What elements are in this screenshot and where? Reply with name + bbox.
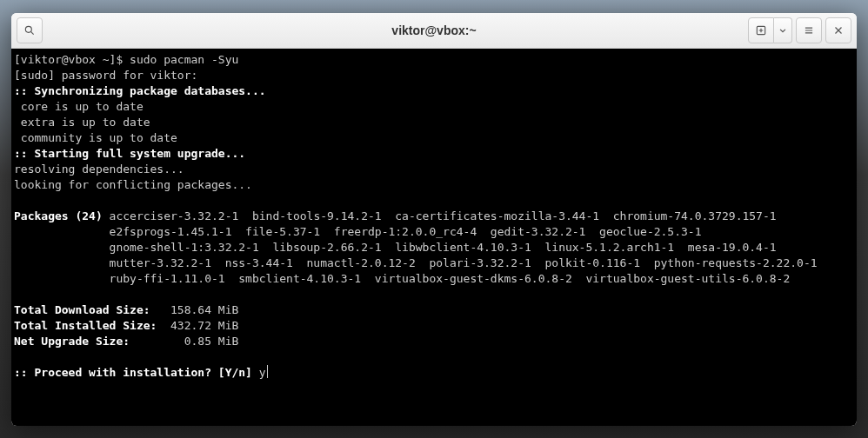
proceed-prompt: :: Proceed with installation? [Y/n] [14, 366, 259, 379]
search-icon [23, 24, 36, 36]
packages-line: accerciser-3.32.2-1 bind-tools-9.14.2-1 … [103, 209, 777, 222]
new-tab-button[interactable] [748, 17, 774, 43]
netupgrade-label: Net Upgrade Size: [14, 335, 170, 348]
sync-line: community is up to date [14, 131, 177, 144]
hamburger-menu-button[interactable] [796, 17, 822, 43]
close-icon [832, 24, 845, 36]
terminal-window: viktor@vbox:~ [viktor@vbox ~]$ sudo pacm… [11, 13, 857, 426]
packages-label: Packages (24) [14, 209, 103, 222]
close-button[interactable] [825, 17, 851, 43]
sync-header: :: Synchronizing package databases... [14, 84, 266, 97]
upgrade-header: :: Starting full system upgrade... [14, 147, 245, 160]
resolving-line: resolving dependencies... [14, 163, 184, 176]
sudo-prompt: [sudo] password for viktor: [14, 69, 197, 82]
svg-line-1 [30, 31, 33, 34]
sync-line: extra is up to date [14, 116, 150, 129]
command: sudo pacman -Syu [130, 53, 238, 66]
titlebar: viktor@vbox:~ [11, 13, 857, 49]
netupgrade-value: 0.85 MiB [170, 335, 238, 348]
window-title: viktor@vbox:~ [17, 23, 851, 37]
prompt: [viktor@vbox ~]$ [14, 53, 130, 66]
terminal-area[interactable]: [viktor@vbox ~]$ sudo pacman -Syu [sudo]… [11, 49, 857, 426]
cursor [267, 365, 268, 378]
installed-value: 432.72 MiB [170, 319, 238, 332]
proceed-input: y [259, 366, 266, 379]
download-label: Total Download Size: [14, 303, 170, 316]
hamburger-icon [803, 24, 815, 36]
packages-line: gnome-shell-1:3.32.2-1 libsoup-2.66.2-1 … [14, 241, 777, 254]
download-value: 158.64 MiB [170, 303, 238, 316]
packages-line: e2fsprogs-1.45.1-1 file-5.37-1 freerdp-1… [14, 225, 702, 238]
search-button[interactable] [17, 17, 43, 43]
new-tab-icon [755, 24, 767, 36]
chevron-down-icon [777, 24, 789, 36]
svg-point-0 [25, 26, 31, 32]
installed-label: Total Installed Size: [14, 319, 170, 332]
sync-line: core is up to date [14, 100, 144, 113]
packages-line: ruby-ffi-1.11.0-1 smbclient-4.10.3-1 vir… [14, 272, 790, 285]
packages-line: mutter-3.32.2-1 nss-3.44-1 numactl-2.0.1… [14, 256, 818, 269]
conflicting-line: looking for conflicting packages... [14, 178, 252, 191]
new-tab-menu-button[interactable] [774, 17, 792, 43]
new-tab-group [748, 17, 792, 43]
